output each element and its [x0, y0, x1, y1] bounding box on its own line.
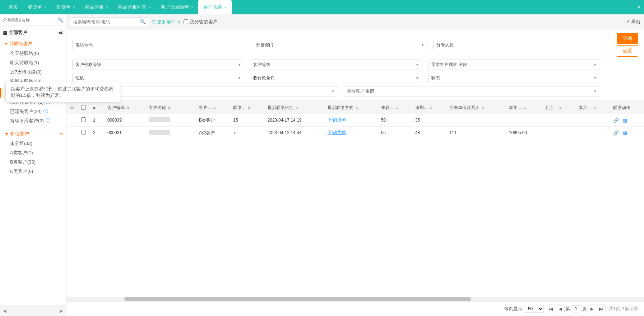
filter-customer-level[interactable]: 客户等级 ▼	[250, 60, 422, 70]
export-button[interactable]: ↗ 导出	[626, 19, 640, 25]
grid-icon: ▦	[3, 30, 7, 36]
per-page-selector: 每页显示 50 100 200	[504, 305, 544, 313]
action-grid-2[interactable]: ▦	[623, 130, 627, 136]
pagination: 每页显示 50 100 200 |◀ ◀ 第 页 ▶ ▶| 共1页 2条记录	[66, 301, 644, 316]
page-next-button[interactable]: ▶	[588, 305, 596, 313]
top-nav: 首页 销货单 × 进货单 × 商品分析 × 商品分析列表 × 客户分层经营 × …	[0, 0, 644, 14]
cell-last-method-1[interactable]: 下销货单	[324, 114, 377, 127]
col-header-unread[interactable]: 未联... ⇅	[377, 102, 412, 114]
sidebar-all-customers[interactable]: ▦ 全部客户 ≪	[0, 27, 66, 38]
nav-customer-tier[interactable]: 客户分层经营 ×	[156, 0, 198, 14]
toolbar-search-icon[interactable]: 🔍	[140, 19, 146, 24]
action-link-2[interactable]: 🔗	[613, 130, 619, 136]
filter-scattered-attr[interactable]: 零散客户属性 全部 ▼	[428, 60, 600, 70]
toolbar-search-input[interactable]	[73, 19, 140, 24]
per-page-select[interactable]: 50 100 200	[524, 305, 544, 313]
horizontal-scrollbar[interactable]	[66, 297, 644, 301]
table-row: 2 000031 A类客户 7 2023-04-12 14:44: 下销货单 5…	[66, 127, 644, 139]
col-header-last-date[interactable]: 最后联络日期 ⇅	[264, 102, 324, 114]
tooltip-box: 距客户上次交易时长，超过了此客户的平均交易周期的1.5倍，则视为异常。	[66, 82, 120, 103]
select-all-checkbox[interactable]	[81, 105, 86, 110]
filter-row-4: ... 客户类型 ▼ 零散客户 全部 ▼	[72, 86, 638, 96]
sidebar-nav-next[interactable]: ▶	[60, 308, 63, 313]
nav-close-purchase[interactable]: ×	[73, 5, 75, 9]
col-header-this-month[interactable]: 本月... ⇅	[575, 102, 609, 114]
page-first-button[interactable]: |◀	[547, 305, 555, 313]
nav-close-customer-tier[interactable]: ×	[191, 5, 193, 9]
col-header-name[interactable]: 客户名称 ⇅	[145, 102, 195, 114]
filter-price-level[interactable]: 客户价格等级 ▼	[72, 60, 244, 70]
info-icon-lost[interactable]: ⓘ	[43, 109, 48, 114]
nav-close-product-analysis[interactable]: ×	[106, 5, 108, 9]
cell-this-month-1	[575, 114, 609, 127]
filter-phone-input[interactable]	[100, 42, 244, 47]
sidebar-item-b-class[interactable]: B类客户(33)	[0, 157, 66, 167]
col-header-code[interactable]: 客户编码 ⇅	[104, 102, 145, 114]
sidebar-search-box: 🔍	[0, 14, 66, 26]
filter-payment[interactable]: 收付款条件 ▼	[250, 73, 422, 83]
col-header-gear[interactable]: ⚙	[66, 102, 78, 114]
sidebar-item-ungroup[interactable]: 未分组(32)	[0, 139, 66, 148]
nav-customer-contact[interactable]: 客户联络 ×	[198, 0, 231, 14]
sidebar-item-lost[interactable]: 已流失客户(24) ⓘ	[0, 107, 66, 116]
action-grid-1[interactable]: ▦	[623, 118, 627, 123]
sidebar-item-tomorrow[interactable]: 明天待联络(1)	[0, 58, 66, 67]
nav-close-product-analysis-list[interactable]: ×	[148, 5, 150, 9]
row-checkbox-1[interactable]	[81, 117, 86, 122]
info-icon-declining[interactable]: ⓘ	[46, 118, 50, 123]
my-customers-checkbox[interactable]	[184, 19, 188, 24]
sidebar-item-c-class[interactable]: C类客户(6)	[0, 167, 66, 176]
nav-close-sales[interactable]: ×	[44, 5, 46, 9]
sidebar-search-icon[interactable]: 🔍	[57, 17, 63, 23]
nav-product-analysis-list[interactable]: 商品分析列表 ×	[113, 0, 156, 14]
collapse-icon[interactable]: ≪	[58, 30, 63, 36]
sidebar-item-declining[interactable]: 持续下滑客户(2) ⓘ	[0, 116, 66, 126]
col-header-contact[interactable]: 联络... ⇅	[230, 102, 264, 114]
cell-unread-1: 50	[377, 114, 412, 127]
cell-name-1	[145, 114, 195, 127]
filter-status[interactable]: 状态 ▼	[428, 73, 600, 83]
filter-icon: ▽	[152, 19, 156, 24]
set-button[interactable]: 设置	[617, 45, 638, 57]
query-button[interactable]: 查询	[617, 33, 638, 44]
my-customers-checkbox-label[interactable]: 我分管的客户	[184, 19, 218, 25]
cell-overdue-2: 48	[412, 127, 446, 139]
more-conditions-button[interactable]: ▽ 更多条件 ∧	[152, 19, 181, 25]
filter-phone[interactable]: 电话号码	[72, 40, 247, 50]
page-prev-button[interactable]: ◀	[556, 305, 565, 313]
cell-check-1[interactable]	[78, 114, 89, 127]
filter-scattered-customer[interactable]: 零散客户 全部 ▼	[344, 86, 600, 96]
nav-product-analysis[interactable]: 商品分析 ×	[80, 0, 113, 14]
col-header-type[interactable]: 客户... ⇅	[195, 102, 230, 114]
nav-home[interactable]: 首页	[4, 0, 23, 14]
cell-last-method-2[interactable]: 下销货单	[324, 127, 377, 139]
col-header-last-month[interactable]: 上月... ⇅	[541, 102, 575, 114]
export-icon: ↗	[626, 19, 630, 24]
page-number-input[interactable]	[571, 305, 582, 312]
window-close-button[interactable]: ×	[637, 4, 640, 10]
nav-sales[interactable]: 销货单 ×	[23, 0, 51, 14]
sidebar-item-7days[interactable]: 近7天待联络(0)	[0, 67, 66, 77]
row-checkbox-2[interactable]	[81, 130, 86, 135]
sidebar-item-pending-contact[interactable]: ▼ 待联络客户	[0, 39, 66, 49]
edit-icon[interactable]: ✏	[60, 132, 63, 136]
col-header-check[interactable]	[78, 102, 89, 114]
action-link-1[interactable]: 🔗	[613, 118, 619, 123]
filter-dept[interactable]: 分管部门 ▼	[253, 40, 428, 50]
cell-check-2[interactable]	[78, 127, 89, 139]
col-header-this-year[interactable]: 本年... ⇅	[505, 102, 541, 114]
dots-icon: ...	[601, 42, 605, 47]
sidebar-search-input[interactable]	[3, 18, 57, 23]
data-table-wrapper[interactable]: ⚙ # 客户编码 ⇅ 客户名称 ⇅ 客户... ⇅ 联络... ⇅ 最后联络日期…	[66, 102, 644, 297]
sidebar-item-today[interactable]: 今天待联络(0)	[0, 49, 66, 58]
sidebar-item-a-class[interactable]: A类客户(1)	[0, 148, 66, 157]
sidebar-nav-prev[interactable]: ◀	[3, 308, 6, 313]
page-last-button[interactable]: ▶|	[597, 305, 606, 313]
nav-purchase[interactable]: 进货单 ×	[51, 0, 80, 14]
nav-close-customer-contact[interactable]: ×	[224, 5, 226, 9]
filter-person[interactable]: 分管人员 ...	[433, 40, 608, 50]
col-header-overdue[interactable]: 逾期... ⇅	[412, 102, 446, 114]
col-header-company-contact[interactable]: 往来单位联系人 ⇅	[446, 102, 505, 114]
sidebar-item-value-customers[interactable]: ▼ 价值客户 ✏	[0, 129, 66, 139]
col-header-last-method[interactable]: 最后联络方式 ⇅	[324, 102, 377, 114]
